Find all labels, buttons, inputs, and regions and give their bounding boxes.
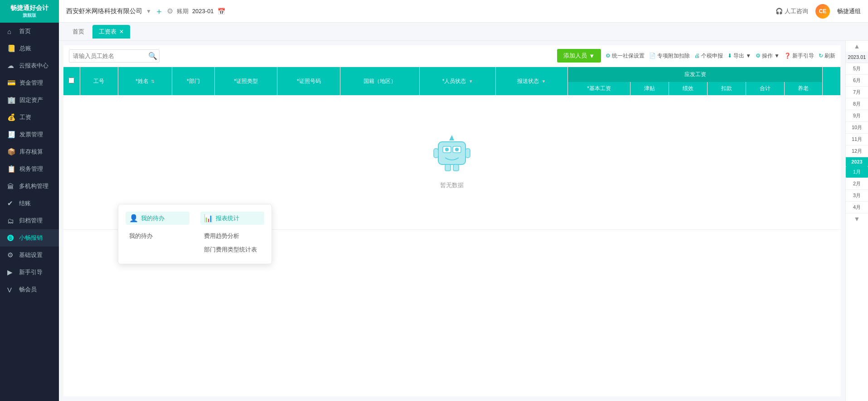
fund-icon: 💳 (7, 79, 16, 87)
tab-salary[interactable]: 工资表 ✕ (92, 25, 130, 39)
sidebar-item-ledger[interactable]: 📒 总账 (0, 40, 59, 57)
social-security-action[interactable]: ⚙ 统一社保设置 (606, 52, 645, 60)
sidebar-item-fund[interactable]: 💳 资金管理 (0, 74, 59, 92)
refresh-action[interactable]: ↻ 刷新 (819, 52, 835, 60)
popup-item-dept-stats[interactable]: 部门费用类型统计表 (200, 243, 264, 256)
sidebar-item-multi-org[interactable]: 🏛 多机构管理 (0, 178, 59, 195)
search-input[interactable] (73, 53, 145, 59)
month-nav-2[interactable]: 2月 (846, 178, 868, 190)
user-name[interactable]: 畅捷通组 (837, 7, 861, 15)
sidebar-item-label: 小畅报销 (19, 234, 43, 242)
month-nav-6[interactable]: 6月 (846, 75, 868, 87)
th-base-salary: *基本工资 (567, 82, 630, 95)
month-nav-12[interactable]: 12月 (846, 145, 868, 157)
tab-home-label: 首页 (73, 28, 84, 36)
cloud-icon: ☁ (7, 62, 15, 70)
sidebar-item-inventory[interactable]: 📦 库存核算 (0, 143, 59, 160)
add-people-button[interactable]: 添加人员 ▼ (557, 49, 601, 63)
table-header-row-1: 工号 *姓名 ⇅ *部门 *证照类型 *证照号码 国籍（地区） *人员状态 ▼ (63, 67, 841, 82)
special-deduction-action[interactable]: 📄 专项附加扣除 (649, 52, 690, 60)
th-allowance: 津贴 (630, 82, 669, 95)
operations-icon: ⚙ (756, 53, 761, 59)
month-nav-up[interactable]: ▲ (846, 41, 868, 52)
search-box: 🔍 (69, 49, 160, 63)
basic-icon: ⚙ (7, 251, 15, 259)
refresh-icon: ↻ (819, 53, 823, 59)
name-sort-icon[interactable]: ⇅ (151, 79, 155, 84)
sidebar-item-member[interactable]: V 畅会员 (0, 281, 59, 298)
month-nav-period: 2023.01 (846, 52, 868, 63)
multi-org-icon: 🏛 (7, 183, 15, 190)
month-nav-7[interactable]: 7月 (846, 87, 868, 98)
th-operations (823, 67, 841, 95)
fixed-assets-icon: 🏢 (7, 96, 16, 104)
sidebar-item-salary[interactable]: 💰 工资 (0, 109, 59, 126)
operations-label: 操作 (762, 52, 773, 60)
sidebar-item-home[interactable]: ⌂ 首页 (0, 23, 59, 40)
settlement-icon: ✔ (7, 199, 15, 208)
period-label: 账期 (177, 7, 189, 15)
calendar-icon[interactable]: 📅 (218, 8, 225, 15)
todo-title-icon: 👤 (129, 214, 138, 222)
toolbar: 🔍 添加人员 ▼ ⚙ 统一社保设置 📄 专项附加扣除 (63, 45, 841, 66)
month-nav-10[interactable]: 10月 (846, 122, 868, 134)
popup-item-todo[interactable]: 我的待办 (126, 229, 189, 243)
month-nav-1[interactable]: 1月 (846, 166, 868, 178)
special-deduction-label: 专项附加扣除 (657, 52, 690, 60)
service-button[interactable]: 🎧 人工咨询 (776, 7, 808, 15)
month-nav-5[interactable]: 5月 (846, 63, 868, 75)
sidebar-item-label: 新手引导 (19, 268, 43, 276)
tab-home[interactable]: 首页 (66, 25, 91, 39)
home-icon: ⌂ (7, 28, 15, 35)
operations-action[interactable]: ⚙ 操作 ▼ (756, 52, 780, 60)
sidebar-item-guide[interactable]: ▶ 新手引导 (0, 264, 59, 281)
sidebar-item-label: 基础设置 (19, 251, 43, 259)
report-title-icon: 📊 (204, 214, 213, 222)
popup-item-trend[interactable]: 费用趋势分析 (200, 229, 264, 243)
sidebar-item-tax[interactable]: 📋 税务管理 (0, 160, 59, 178)
tab-salary-close[interactable]: ✕ (119, 29, 124, 35)
service-label: 人工咨询 (785, 7, 808, 15)
select-all-checkbox[interactable] (68, 77, 74, 83)
month-nav-4[interactable]: 4月 (846, 202, 868, 213)
company-settings-icon[interactable]: ⚙ (167, 7, 173, 15)
month-nav-11[interactable]: 11月 (846, 134, 868, 145)
sidebar-item-label: 发票管理 (19, 130, 43, 139)
svg-rect-5 (434, 149, 438, 158)
period-value: 2023-01 (192, 8, 214, 14)
popup-col-report: 📊 报表统计 费用趋势分析 部门费用类型统计表 (200, 212, 264, 256)
person-status-filter-icon[interactable]: ▼ (469, 79, 473, 84)
sidebar-item-expense[interactable]: 🅖 小畅报销 (0, 229, 59, 246)
month-nav-8[interactable]: 8月 (846, 98, 868, 110)
inventory-icon: 📦 (7, 148, 16, 156)
th-id-type: *证照类型 (214, 67, 277, 95)
sidebar-item-invoice[interactable]: 🧾 发票管理 (0, 126, 59, 143)
sidebar-item-settlement[interactable]: ✔ 结账 (0, 195, 59, 212)
invoice-icon: 🧾 (7, 130, 16, 139)
month-nav-down[interactable]: ▼ (846, 213, 868, 224)
sidebar-item-label: 多机构管理 (19, 182, 48, 190)
sidebar-item-basic[interactable]: ⚙ 基础设置 (0, 246, 59, 264)
sidebar-item-cloud-report[interactable]: ☁ 云报表中心 (0, 57, 59, 74)
th-id-no: *证照号码 (277, 67, 340, 95)
sidebar-item-fixed-assets[interactable]: 🏢 固定资产 (0, 92, 59, 109)
refresh-label: 刷新 (824, 52, 835, 60)
month-nav-3[interactable]: 3月 (846, 190, 868, 202)
th-deduction: 扣款 (708, 82, 746, 95)
report-status-filter-icon[interactable]: ▼ (542, 79, 546, 84)
month-nav-9[interactable]: 9月 (846, 110, 868, 122)
th-person-status: *人员状态 ▼ (420, 67, 496, 95)
th-salary-group: 应发工资 (567, 67, 823, 82)
new-guide-label: 新手引导 (792, 52, 814, 60)
sidebar-item-archive[interactable]: 🗂 归档管理 (0, 212, 59, 229)
svg-rect-8 (453, 164, 459, 171)
sidebar-item-label: 归档管理 (19, 217, 43, 225)
individual-tax-action[interactable]: 🖨 个税申报 (694, 52, 723, 60)
search-icon[interactable]: 🔍 (148, 52, 157, 60)
export-action[interactable]: ⬇ 导出 ▼ (727, 52, 751, 60)
th-checkbox[interactable] (63, 67, 80, 95)
sidebar-item-label: 结账 (19, 199, 31, 208)
new-guide-action[interactable]: ❓ 新手引导 (784, 52, 814, 60)
add-company-btn[interactable]: ＋ (155, 6, 163, 17)
company-dropdown[interactable]: ▼ (146, 8, 151, 14)
